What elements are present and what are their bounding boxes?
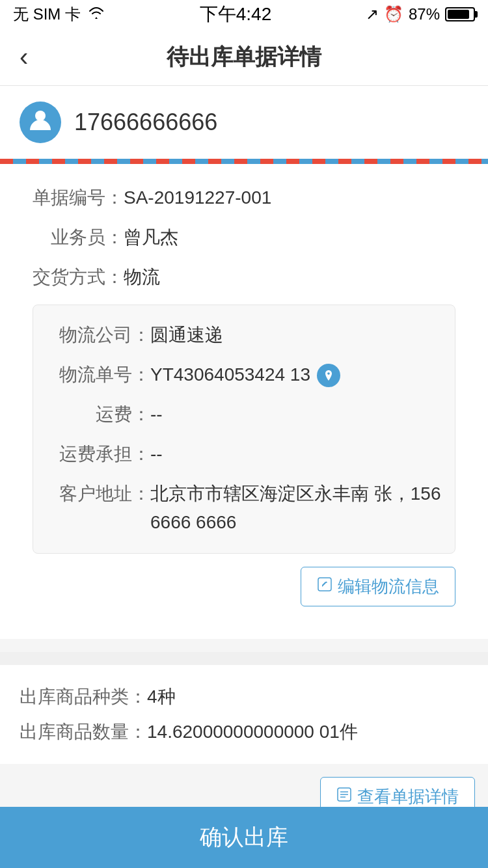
tracking-value: YT43064053424 13 <box>150 360 442 390</box>
sales-person-row: 业务员： 曾凡杰 <box>20 223 468 252</box>
bottom-btn-area: 确认出库 <box>0 807 488 868</box>
logistics-company-value: 圆通速递 <box>150 321 442 350</box>
location-status-icon: ↗ <box>366 5 379 23</box>
address-label: 客户地址： <box>46 480 150 509</box>
battery-percent: 87% <box>409 5 440 23</box>
wifi-icon <box>87 5 105 23</box>
address-row: 客户地址： 北京市市辖区海淀区永丰南 张，156 6666 6666 <box>46 480 442 538</box>
order-info-section: 单据编号： SA-20191227-001 业务员： 曾凡杰 交货方式： 物流 … <box>0 164 488 639</box>
freight-label: 运费： <box>46 400 150 429</box>
product-section: 出库商品种类： 4种 出库商品数量： 14.62000000000000 01件 <box>0 665 488 764</box>
logistics-company-row: 物流公司： 圆通速递 <box>46 321 442 350</box>
product-quantity-value: 14.62000000000000 01件 <box>147 720 358 744</box>
edit-icon <box>317 576 332 597</box>
product-type-label: 出库商品种类： <box>20 685 147 709</box>
product-quantity-label: 出库商品数量： <box>20 720 147 744</box>
edit-btn-area: 编辑物流信息 <box>20 554 468 619</box>
svg-point-0 <box>35 111 46 121</box>
avatar <box>20 102 61 143</box>
edit-logistics-label: 编辑物流信息 <box>338 575 439 598</box>
user-icon <box>27 107 53 139</box>
section-separator <box>0 652 488 665</box>
tracking-location-icon[interactable] <box>317 364 340 387</box>
status-bar: 无 SIM 卡 下午4:42 ↗ ⏰ 87% <box>0 0 488 29</box>
back-button[interactable]: ‹ <box>20 42 28 72</box>
tracking-row: 物流单号： YT43064053424 13 <box>46 360 442 390</box>
order-no-value: SA-20191227-001 <box>124 183 468 213</box>
status-time: 下午4:42 <box>200 2 272 27</box>
logistics-company-label: 物流公司： <box>46 321 150 350</box>
freight-bearer-row: 运费承担： -- <box>46 440 442 469</box>
status-left: 无 SIM 卡 <box>13 4 105 25</box>
delivery-type-label: 交货方式： <box>20 263 124 292</box>
view-detail-label: 查看单据详情 <box>357 785 459 808</box>
detail-icon <box>336 787 352 807</box>
order-no-label: 单据编号： <box>20 183 124 213</box>
customer-phone: 17666666666 <box>74 109 217 136</box>
product-type-value: 4种 <box>147 685 176 709</box>
freight-bearer-label: 运费承担： <box>46 440 150 469</box>
carrier-label: 无 SIM 卡 <box>13 4 81 25</box>
order-no-row: 单据编号： SA-20191227-001 <box>20 183 468 213</box>
dashed-divider <box>0 159 488 164</box>
battery-icon <box>445 7 475 21</box>
freight-row: 运费： -- <box>46 400 442 429</box>
address-value: 北京市市辖区海淀区永丰南 张，156 6666 6666 <box>150 480 442 538</box>
delivery-type-row: 交货方式： 物流 <box>20 263 468 292</box>
freight-value: -- <box>150 400 442 429</box>
delivery-type-value: 物流 <box>124 263 468 292</box>
sales-person-label: 业务员： <box>20 223 124 252</box>
logistics-card: 物流公司： 圆通速递 物流单号： YT43064053424 13 运费： -- <box>33 305 455 554</box>
customer-section: 17666666666 <box>0 86 488 159</box>
confirm-outbound-button[interactable]: 确认出库 <box>200 822 288 852</box>
product-type-row: 出库商品种类： 4种 <box>20 685 468 709</box>
page-title: 待出库单据详情 <box>167 42 321 72</box>
edit-logistics-button[interactable]: 编辑物流信息 <box>301 567 455 606</box>
product-quantity-row: 出库商品数量： 14.62000000000000 01件 <box>20 720 468 744</box>
alarm-icon: ⏰ <box>384 5 403 23</box>
status-right: ↗ ⏰ 87% <box>366 5 475 23</box>
sales-person-value: 曾凡杰 <box>124 223 468 252</box>
content-area: 17666666666 单据编号： SA-20191227-001 业务员： 曾… <box>0 86 488 868</box>
freight-bearer-value: -- <box>150 440 442 469</box>
tracking-label: 物流单号： <box>46 360 150 390</box>
nav-bar: ‹ 待出库单据详情 <box>0 29 488 86</box>
